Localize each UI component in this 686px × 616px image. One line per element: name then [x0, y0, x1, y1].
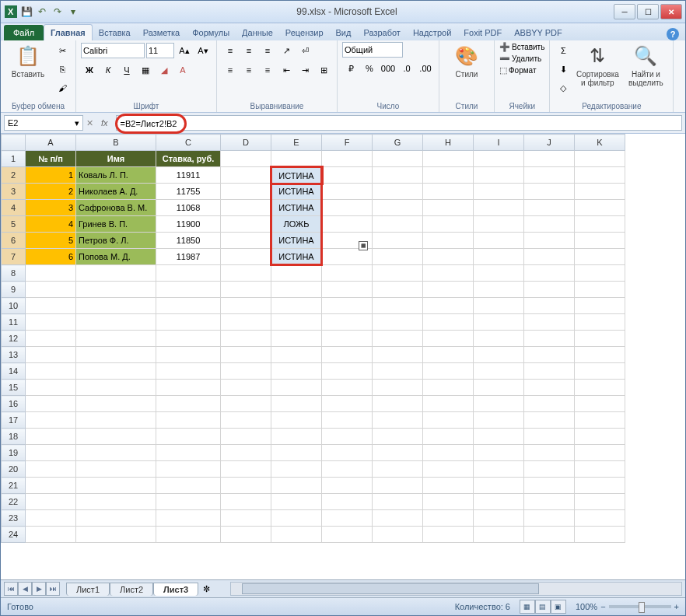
col-header[interactable]: E: [271, 135, 322, 151]
cell[interactable]: [156, 461, 221, 478]
cell[interactable]: 6: [26, 249, 76, 265]
cell[interactable]: [423, 314, 474, 331]
cell[interactable]: 1: [26, 167, 76, 184]
cell-selected[interactable]: ИСТИНА: [271, 200, 322, 216]
cell[interactable]: [76, 347, 156, 363]
cell[interactable]: [373, 314, 423, 331]
cell[interactable]: [322, 200, 373, 216]
cell[interactable]: [524, 510, 575, 527]
tab-layout[interactable]: Разметка: [137, 25, 187, 40]
cell[interactable]: [221, 494, 271, 510]
cell[interactable]: [221, 527, 271, 543]
cell[interactable]: [76, 363, 156, 380]
zoom-out-icon[interactable]: −: [600, 602, 605, 611]
cell[interactable]: [271, 396, 322, 412]
cell[interactable]: [474, 478, 524, 494]
cell[interactable]: [524, 265, 575, 282]
styles-button[interactable]: 🎨 Стили: [444, 42, 489, 80]
align-middle-icon[interactable]: ≡: [240, 42, 257, 59]
cell[interactable]: [575, 184, 625, 200]
cell[interactable]: [271, 494, 322, 510]
cell[interactable]: [575, 445, 625, 461]
cell[interactable]: [373, 461, 423, 478]
cell[interactable]: [322, 249, 373, 265]
tab-view[interactable]: Вид: [330, 25, 358, 40]
cell[interactable]: [221, 396, 271, 412]
cell[interactable]: [474, 265, 524, 282]
close-button[interactable]: ✕: [660, 4, 682, 19]
cell[interactable]: 11987: [156, 249, 221, 265]
cell[interactable]: [26, 282, 76, 298]
delete-cells-button[interactable]: ➖Удалить: [499, 54, 541, 64]
cell[interactable]: [373, 298, 423, 314]
cell[interactable]: [322, 510, 373, 527]
view-break-icon[interactable]: ▣: [551, 600, 566, 614]
col-header[interactable]: G: [373, 135, 423, 151]
cell[interactable]: Коваль Л. П.: [76, 167, 156, 184]
cell[interactable]: [322, 478, 373, 494]
grow-font-icon[interactable]: A▴: [176, 42, 193, 59]
cell[interactable]: [76, 494, 156, 510]
cell[interactable]: [26, 347, 76, 363]
cell[interactable]: [423, 380, 474, 396]
cell[interactable]: [423, 265, 474, 282]
cell[interactable]: [271, 298, 322, 314]
cell[interactable]: [322, 298, 373, 314]
cell[interactable]: [322, 412, 373, 429]
cell[interactable]: [156, 380, 221, 396]
cell[interactable]: [423, 461, 474, 478]
cell[interactable]: [575, 494, 625, 510]
cell[interactable]: [156, 363, 221, 380]
cell[interactable]: [322, 331, 373, 347]
cell[interactable]: [156, 331, 221, 347]
cell[interactable]: [575, 461, 625, 478]
cell[interactable]: Сафронова В. М.: [76, 200, 156, 216]
cell[interactable]: [474, 527, 524, 543]
cell[interactable]: [524, 347, 575, 363]
row-header[interactable]: 2: [2, 167, 26, 184]
align-right-icon[interactable]: ≡: [259, 61, 276, 79]
cell[interactable]: [373, 331, 423, 347]
row-header[interactable]: 7: [2, 249, 26, 265]
cell[interactable]: Попова М. Д.: [76, 249, 156, 265]
tab-data[interactable]: Данные: [236, 25, 279, 40]
cell[interactable]: [423, 510, 474, 527]
cell[interactable]: [524, 396, 575, 412]
cell[interactable]: [221, 216, 271, 233]
cell[interactable]: 4: [26, 216, 76, 233]
cell[interactable]: [373, 184, 423, 200]
tab-review[interactable]: Рецензир: [279, 25, 330, 40]
dec-decimal-icon[interactable]: .00: [417, 60, 434, 77]
cell[interactable]: [524, 151, 575, 167]
cell[interactable]: [26, 461, 76, 478]
cell[interactable]: [156, 347, 221, 363]
cell[interactable]: [322, 167, 373, 184]
currency-icon[interactable]: ₽: [342, 60, 359, 77]
fill-icon[interactable]: ⬇: [555, 61, 572, 78]
save-icon[interactable]: 💾: [19, 5, 33, 19]
cell[interactable]: [575, 216, 625, 233]
cell[interactable]: [524, 380, 575, 396]
cell[interactable]: [156, 265, 221, 282]
cell[interactable]: [271, 282, 322, 298]
cell[interactable]: [76, 478, 156, 494]
cell[interactable]: [322, 282, 373, 298]
cell[interactable]: [26, 527, 76, 543]
col-header[interactable]: A: [26, 135, 76, 151]
cell[interactable]: [373, 216, 423, 233]
col-header[interactable]: I: [474, 135, 524, 151]
cell[interactable]: [76, 298, 156, 314]
cell[interactable]: [221, 363, 271, 380]
sheet-last-icon[interactable]: ⏭: [46, 582, 60, 596]
cell[interactable]: [221, 200, 271, 216]
cell[interactable]: 11900: [156, 216, 221, 233]
col-header[interactable]: B: [76, 135, 156, 151]
cell[interactable]: [76, 265, 156, 282]
undo-icon[interactable]: ↶: [35, 5, 49, 19]
sheet-tab[interactable]: Лист2: [110, 583, 153, 596]
tab-foxit[interactable]: Foxit PDF: [457, 25, 508, 40]
cell[interactable]: [156, 510, 221, 527]
cell[interactable]: [26, 314, 76, 331]
align-bottom-icon[interactable]: ≡: [259, 42, 276, 59]
cell[interactable]: [474, 412, 524, 429]
